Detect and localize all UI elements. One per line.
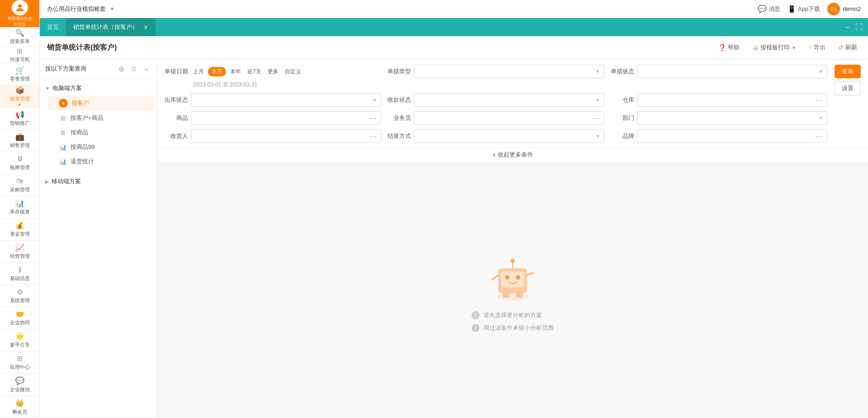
type-dropdown[interactable]: ▼ [414,65,604,78]
status-dropdown[interactable]: ▼ [637,65,827,78]
dept-arrow: ▼ [818,115,823,121]
receiver-input[interactable]: ··· [191,129,381,143]
scheme-group-desktop-header[interactable]: ▼ 电脑端方案 [40,81,157,95]
query-btn[interactable]: 查询 [835,65,861,78]
tab-sales-stats-close[interactable]: ✕ [143,24,148,31]
wholesale-label: 批发管理 [10,95,30,102]
tab-bar-actions: － ⛶ [844,22,868,33]
help-label: 帮助 [728,43,740,52]
shortcut-nav-item[interactable]: ⊞ 快捷导航 [0,47,40,63]
warehouse-input[interactable]: ··· [637,93,827,107]
message-icon: 💬 [758,5,767,13]
industry-title: 办公用品行业模拟账套 [47,5,106,13]
out-status-dropdown[interactable]: ▼ [191,93,381,107]
sidebar-item-marketing[interactable]: 📢 营销推广 [0,108,40,130]
filter-wrapper: 单据日期 上月 本月 本年 近7天 更多 自定义 [157,59,868,162]
goods-input[interactable]: ··· [191,111,381,125]
help-btn[interactable]: ❓ 帮助 [715,42,743,53]
sidebar-item-apps[interactable]: ⊞ 应用中心 [0,352,40,374]
scheme-item-by-customer[interactable]: ● 按客户 [48,96,154,110]
receiver-label: 收货人 [163,132,188,140]
tab-sales-stats-label: 销货单统计表（按客户） [73,23,138,31]
message-btn[interactable]: 💬 消息 [758,5,780,13]
date-tab-this-month[interactable]: 本月 [208,67,226,76]
svg-rect-11 [516,292,523,298]
scheme-settings-btn[interactable]: ⊙ [129,64,139,74]
sidebar-item-wechat[interactable]: 💬 企业微信 [0,374,40,396]
return-stats-icon: 📊 [59,157,67,166]
industry-dropdown-arrow[interactable]: ▼ [109,6,115,12]
filter-item-brand: 品牌 ··· [609,129,827,143]
sidebar-item-sales[interactable]: 💼 销售管理 [0,130,40,152]
date-tab-last-month[interactable]: 上月 [191,67,206,76]
user-area[interactable]: Ea demo2 [827,3,861,15]
brand-input[interactable]: ··· [637,129,827,143]
scheme-item-by-goods[interactable]: ⊞ 按商品 [48,126,154,139]
scheme-item-return-stats[interactable]: 📊 退货统计 [48,155,154,168]
inventory-label: 库存核算 [10,209,30,215]
salesperson-input[interactable]: ··· [414,111,604,125]
sidebar-item-purchase[interactable]: 🛍 采购管理 [0,174,40,196]
scheme-item-by-customer-goods[interactable]: ⊞ 按客户+商品 [48,111,154,125]
tab-sales-stats[interactable]: 销货单统计表（按客户） ✕ [66,18,156,36]
basic-icon: ℹ [15,265,24,274]
nav-icon: ⊞ [17,47,23,55]
sidebar-item-member[interactable]: 👑 畅会员 [0,396,40,418]
app-download-btn[interactable]: 📱 App下载 [788,5,820,13]
by-customer-label: 按客户 [71,99,89,107]
filter-row-2: 出库状态 ▼ 收款状态 ▼ [163,93,827,107]
sidebar-item-retail[interactable]: 🛒 零售管理 [0,63,40,86]
filter-item-dept: 部门 ▼ [609,111,827,125]
sidebar-item-finance[interactable]: 💰 资金管理 [0,218,40,241]
by-customer-goods-icon: ⊞ [59,114,67,122]
date-tab-last-7[interactable]: 近7天 [245,67,264,76]
sidebar-item-wholesale[interactable]: 📦 批发管理 ▲ [0,86,40,108]
sidebar-item-operations[interactable]: 📈 经营管理 [0,241,40,263]
sidebar-item-system[interactable]: ⚙ 系统管理 [0,285,40,307]
svg-line-9 [527,273,533,275]
tab-home[interactable]: 首页 [40,18,66,36]
tab-minimize-btn[interactable]: － [844,22,852,33]
search-menu-item[interactable]: 🔍 搜索菜单 [0,27,40,47]
app-logo[interactable]: 畅捷通好生意 标准版 [0,0,40,27]
date-tab-custom[interactable]: 自定义 [283,67,303,76]
sidebar-item-enterprise[interactable]: 🤝 企业协同 [0,307,40,329]
sidebar-item-ecommerce[interactable]: 🖥 电商管理 [0,152,40,174]
template-print-btn[interactable]: 🖨 按模板打印 ▼ [749,42,800,53]
svg-point-1 [497,293,528,300]
scheme-item-by-goods-99[interactable]: 📊 按商品99 [48,140,154,154]
page-title: 销货单统计表(按客户) [47,43,117,52]
sidebar-item-newbie[interactable]: 🌟 新手引导 [0,329,40,352]
wechat-icon: 💬 [15,376,24,385]
sidebar-item-basic[interactable]: ℹ 基础信息 [0,263,40,285]
date-tab-this-year[interactable]: 本年 [228,67,243,76]
svg-point-4 [505,275,509,280]
user-avatar: Ea [827,3,840,15]
settings-btn[interactable]: 设置 [835,81,861,95]
purchase-icon: 🛍 [15,176,24,185]
tab-maximize-btn[interactable]: ⛶ [855,23,863,31]
svg-point-7 [510,258,515,263]
filter-item-out-status: 出库状态 ▼ [163,93,381,107]
side-buttons: 查询 设置 [835,65,861,95]
collapse-row[interactable]: ∧ 收起更多条件 [157,147,868,162]
sidebar-item-inventory[interactable]: 📊 库存核算 [0,196,40,218]
inventory-icon: 📊 [15,199,24,208]
ecommerce-icon: 🖥 [15,154,24,163]
filter-row-3: 商品 ··· 业务员 ··· [163,111,827,125]
date-tab-more[interactable]: 更多 [265,67,281,76]
right-panel: 单据日期 上月 本月 本年 近7天 更多 自定义 [157,59,868,418]
enterprise-icon: 🤝 [15,309,24,318]
collect-status-dropdown[interactable]: ▼ [414,93,604,107]
svg-line-8 [492,275,498,280]
scheme-collapse-btn[interactable]: « [142,64,151,74]
export-icon: ↑ [809,44,812,51]
scheme-group-mobile-header[interactable]: ▶ 移动端方案 [40,175,157,188]
settle-dropdown[interactable]: ▼ [414,129,604,143]
scheme-add-btn[interactable]: ⊕ [116,64,126,74]
refresh-btn[interactable]: ↺ 刷新 [835,42,861,53]
retail-icon: 🛒 [15,66,24,75]
dept-dropdown[interactable]: ▼ [637,111,827,125]
export-btn[interactable]: ↑ 导出 [805,42,829,53]
tip-1-text: 请先选择要分析的方案 [483,311,542,319]
